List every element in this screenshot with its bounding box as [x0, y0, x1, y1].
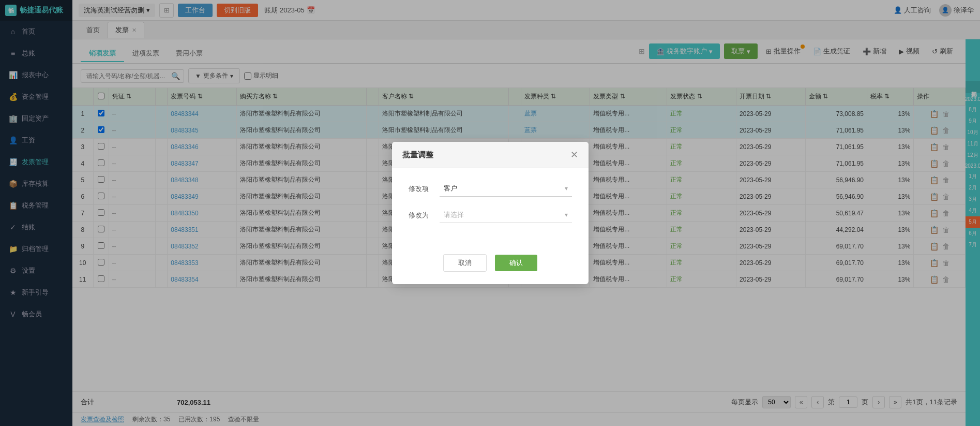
modal-field2-select[interactable]: 请选择 ▾ [440, 207, 572, 223]
modal-field-item: 修改项 客户 ▾ [409, 181, 572, 197]
modal-field2-label: 修改为 [409, 211, 440, 220]
modal-field-select[interactable]: 客户 ▾ [440, 181, 572, 197]
modal-field2-arrow: ▾ [565, 211, 568, 218]
modal-footer: 取消 确认 [392, 246, 589, 284]
modal-header: 批量调整 ✕ [392, 142, 589, 168]
modal-field-label: 修改项 [409, 184, 440, 194]
batch-adjust-modal: 批量调整 ✕ 修改项 客户 ▾ 修改为 请选择 ▾ 取消 确认 [392, 142, 589, 284]
modal-field-value: 客户 [444, 184, 457, 193]
modal-overlay[interactable]: 批量调整 ✕ 修改项 客户 ▾ 修改为 请选择 ▾ 取消 确认 [0, 0, 980, 426]
modal-title: 批量调整 [402, 150, 433, 160]
modal-field2-item: 修改为 请选择 ▾ [409, 207, 572, 223]
modal-close-button[interactable]: ✕ [570, 149, 578, 160]
modal-body: 修改项 客户 ▾ 修改为 请选择 ▾ [392, 168, 589, 246]
modal-confirm-button[interactable]: 确认 [495, 255, 537, 271]
modal-cancel-button[interactable]: 取消 [443, 254, 487, 272]
modal-field-arrow: ▾ [565, 185, 568, 192]
modal-field2-placeholder: 请选择 [444, 210, 464, 219]
